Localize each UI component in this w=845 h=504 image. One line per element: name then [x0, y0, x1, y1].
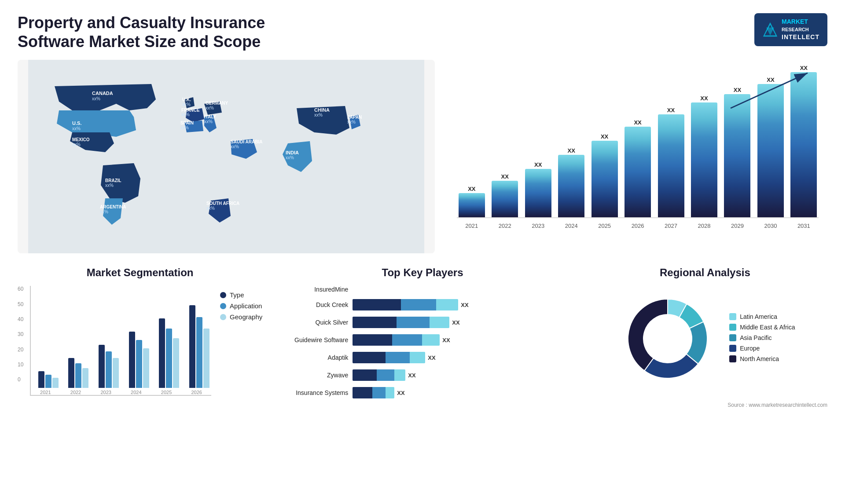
svg-text:INDIA: INDIA	[286, 150, 299, 155]
player-row-0: InsuredMine	[280, 286, 565, 293]
regional-legend-item-3: Europe	[729, 345, 795, 352]
svg-text:SOUTH AFRICA: SOUTH AFRICA	[206, 201, 239, 206]
logo-area: MARKET RESEARCH INTELLECT	[754, 13, 827, 46]
segmentation-title: Market Segmentation	[18, 267, 262, 279]
player-row-5: ZywaveXX	[280, 369, 565, 381]
key-players-title: Top Key Players	[276, 267, 569, 279]
logo-box: MARKET RESEARCH INTELLECT	[754, 13, 827, 46]
seg-legend-item-2: Geography	[220, 313, 262, 321]
seg-chart-wrap: 60 50 40 30 20 10 0 20212022202320242025…	[18, 286, 211, 396]
logo-line3: INTELLECT	[782, 33, 819, 42]
regional-legend-item-4: North America	[729, 355, 795, 362]
svg-text:ARGENTINA: ARGENTINA	[100, 205, 126, 209]
bar-group-2027: XX	[656, 107, 686, 217]
regional-section: Regional Analysis Latin AmericaMiddle Ea…	[583, 267, 827, 408]
svg-text:xx%: xx%	[105, 183, 114, 188]
bar-group-2026: XX	[623, 119, 652, 217]
svg-text:xx%: xx%	[180, 125, 189, 130]
seg-group-2023: 2023	[93, 345, 119, 395]
player-row-4: AdaptikXX	[280, 352, 565, 363]
seg-group-2021: 2021	[33, 371, 59, 395]
svg-text:MEXICO: MEXICO	[72, 137, 90, 142]
key-players-section: Top Key Players InsuredMineDuck CreekXXQ…	[276, 267, 569, 408]
svg-text:xx%: xx%	[286, 155, 294, 160]
page-header: Property and Casualty Insurance Software…	[18, 13, 827, 51]
svg-text:xx%: xx%	[92, 96, 100, 101]
logo-line2: RESEARCH	[782, 26, 819, 33]
bar-group-2024: XX	[556, 147, 586, 217]
svg-text:U.S.: U.S.	[72, 121, 81, 126]
bar-chart-container: XXXXXXXXXXXXXXXXXXXXXX 20212022202320242…	[448, 60, 827, 253]
seg-group-2024: 2024	[123, 332, 149, 395]
donut-svg	[615, 286, 720, 391]
svg-text:xx%: xx%	[72, 126, 81, 131]
svg-text:xx%: xx%	[181, 112, 190, 117]
seg-bars-container: 202120222023202420252026	[30, 286, 211, 396]
page-title: Property and Casualty Insurance Software…	[18, 13, 326, 51]
top-row: CANADA xx% U.S. xx% MEXICO xx% BRAZIL xx…	[18, 60, 827, 253]
bar-chart-section: XXXXXXXXXXXXXXXXXXXXXX 20212022202320242…	[448, 60, 827, 253]
regional-legend-item-0: Latin America	[729, 313, 795, 320]
bottom-row: Market Segmentation 60 50 40 30 20 10 0 …	[18, 267, 827, 408]
svg-text:xx%: xx%	[231, 144, 239, 149]
regional-legend-wrap: Latin AmericaMiddle East & AfricaAsia Pa…	[729, 313, 795, 366]
svg-text:CHINA: CHINA	[314, 107, 330, 113]
svg-text:BRAZIL: BRAZIL	[105, 178, 121, 183]
svg-text:xx%: xx%	[206, 106, 214, 110]
seg-content: 60 50 40 30 20 10 0 20212022202320242025…	[18, 286, 262, 396]
svg-text:JAPAN: JAPAN	[347, 115, 362, 120]
regional-legend-item-1: Middle East & Africa	[729, 324, 795, 331]
svg-text:xx%: xx%	[206, 206, 215, 211]
svg-text:xx%: xx%	[72, 142, 81, 147]
source-text: Source : www.marketresearchintellect.com	[583, 402, 827, 408]
svg-text:SAUDI ARABIA: SAUDI ARABIA	[231, 139, 262, 144]
donut-center	[644, 315, 691, 362]
svg-text:GERMANY: GERMANY	[206, 101, 228, 106]
player-row-3: Guidewire SoftwareXX	[280, 334, 565, 346]
canada-label: CANADA	[92, 91, 113, 96]
logo-text: MARKET RESEARCH INTELLECT	[782, 18, 819, 42]
world-map: CANADA xx% U.S. xx% MEXICO xx% BRAZIL xx…	[18, 60, 435, 253]
logo-icon	[762, 22, 778, 37]
player-row-2: Quick SilverXX	[280, 317, 565, 328]
svg-text:xx%: xx%	[100, 209, 108, 214]
seg-group-2022: 2022	[63, 358, 89, 395]
svg-text:xx%: xx%	[347, 120, 356, 124]
seg-group-2025: 2025	[154, 318, 180, 395]
seg-legend-item-1: Application	[220, 302, 262, 310]
regional-legend-item-2: Asia Pacific	[729, 334, 795, 341]
player-row-1: Duck CreekXX	[280, 299, 565, 310]
svg-text:U.K.: U.K.	[182, 97, 191, 102]
svg-text:SPAIN: SPAIN	[180, 121, 194, 125]
logo-line1: MARKET	[782, 18, 819, 26]
svg-text:xx%: xx%	[182, 102, 191, 107]
svg-line-35	[731, 73, 808, 108]
bar-years: 2021202220232024202520262027202820292030…	[457, 221, 819, 229]
seg-legend: TypeApplicationGeography	[220, 291, 262, 396]
regional-title: Regional Analysis	[583, 267, 827, 279]
segmentation-section: Market Segmentation 60 50 40 30 20 10 0 …	[18, 267, 262, 408]
players-list: InsuredMineDuck CreekXXQuick SilverXXGui…	[276, 286, 569, 400]
svg-text:xx%: xx%	[204, 119, 213, 124]
svg-text:ITALY: ITALY	[204, 114, 217, 119]
seg-legend-item-0: Type	[220, 291, 262, 299]
map-section: CANADA xx% U.S. xx% MEXICO xx% BRAZIL xx…	[18, 60, 435, 253]
seg-y-labels: 60 50 40 30 20 10 0	[18, 286, 23, 383]
regional-content: Latin AmericaMiddle East & AfricaAsia Pa…	[583, 286, 827, 393]
svg-text:xx%: xx%	[314, 113, 323, 117]
seg-group-2026: 2026	[184, 305, 209, 395]
world-map-svg: CANADA xx% U.S. xx% MEXICO xx% BRAZIL xx…	[18, 60, 435, 253]
bar-group-2025: XX	[590, 133, 619, 217]
player-row-6: Insurance SystemsXX	[280, 387, 565, 398]
bar-group-2028: XX	[689, 95, 719, 217]
bar-group-2022: XX	[490, 173, 520, 217]
bar-group-2021: XX	[457, 186, 486, 217]
trend-arrow-svg	[726, 69, 814, 113]
donut-chart-wrap	[615, 286, 720, 393]
bar-group-2023: XX	[523, 161, 553, 217]
